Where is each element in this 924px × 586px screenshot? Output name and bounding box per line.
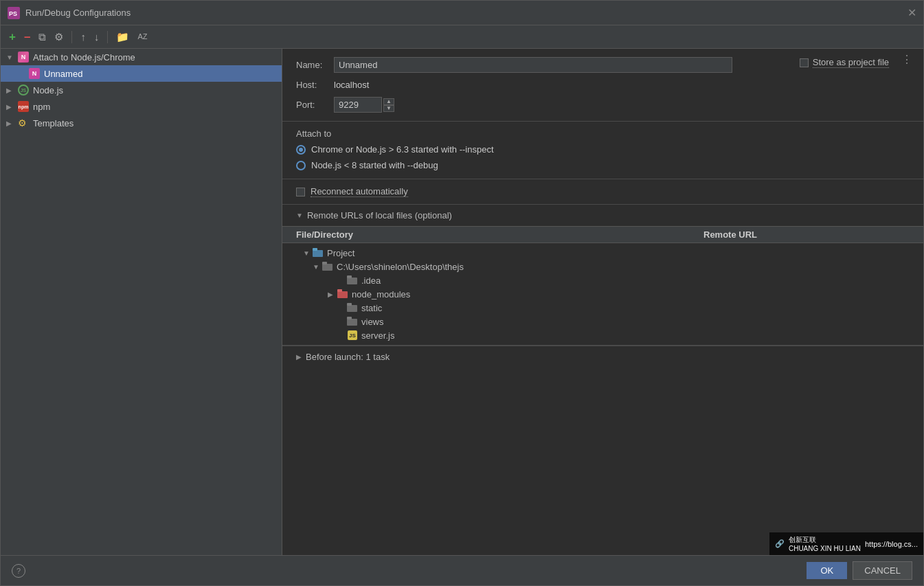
- svg-rect-2: [313, 250, 323, 257]
- footer: ? OK CANCEL: [1, 555, 923, 585]
- store-project-label: Store as project file: [813, 57, 889, 68]
- idea-item[interactable]: .idea: [282, 273, 923, 287]
- path-item[interactable]: ▼ C:\Users\shinelon\Desktop\thejs: [282, 260, 923, 273]
- server-js-item[interactable]: JS server.js: [282, 328, 923, 342]
- remote-urls-header[interactable]: ▼ Remote URLs of local files (optional): [282, 205, 923, 226]
- npm-label: npm: [33, 102, 50, 112]
- project-folder-icon: [313, 247, 324, 258]
- templates-label: Templates: [33, 118, 74, 128]
- left-panel: ▼ N Attach to Node.js/Chrome N Unnamed ▶…: [1, 49, 282, 555]
- remove-button[interactable]: –: [21, 30, 33, 44]
- svg-text:PS: PS: [9, 10, 17, 17]
- port-input[interactable]: [334, 97, 382, 113]
- store-project-area: Store as project file: [800, 57, 889, 68]
- right-panel: Store as project file ⋮ Name: Host: loca…: [282, 49, 923, 555]
- main-content: ▼ N Attach to Node.js/Chrome N Unnamed ▶…: [1, 49, 923, 555]
- reconnect-label: Reconnect automatically: [311, 186, 408, 197]
- port-row: Port: ▲ ▼: [296, 97, 910, 113]
- svg-rect-10: [347, 305, 357, 312]
- close-button[interactable]: ✕: [908, 8, 916, 19]
- col-url-header: Remote URL: [703, 229, 910, 240]
- svg-rect-6: [347, 278, 357, 284]
- nodejs-icon: JS: [17, 84, 30, 96]
- templates-icon: ⚙: [17, 117, 30, 129]
- dialog-title: Run/Debug Configurations: [25, 8, 131, 18]
- remote-urls-arrow: ▼: [296, 212, 303, 219]
- toolbar: + – ⧉ ⚙ ↑ ↓ 📁 AZ: [1, 25, 923, 49]
- footer-right: OK CANCEL: [807, 561, 912, 580]
- radio-nodejs-label: Node.js < 8 started with --debug: [311, 160, 438, 170]
- nodejs-group[interactable]: ▶ JS Node.js: [1, 82, 282, 98]
- svg-rect-11: [347, 303, 352, 306]
- node-modules-arrow: ▶: [328, 291, 337, 298]
- folder-button[interactable]: 📁: [113, 30, 132, 43]
- add-button[interactable]: +: [6, 30, 19, 44]
- cancel-button[interactable]: CANCEL: [853, 561, 912, 580]
- port-up-button[interactable]: ▲: [383, 98, 394, 105]
- help-button[interactable]: ?: [12, 564, 25, 578]
- col-file-header: File/Directory: [296, 229, 703, 240]
- idea-folder-icon: [347, 275, 358, 286]
- npm-group[interactable]: ▶ npm npm: [1, 98, 282, 115]
- unnamed-config-item[interactable]: N Unnamed: [1, 65, 282, 82]
- radio-chrome-label: Chrome or Node.js > 6.3 started with --i…: [311, 144, 494, 155]
- port-label: Port:: [296, 100, 334, 110]
- svg-rect-13: [347, 317, 352, 319]
- attach-child-icon: N: [28, 67, 41, 80]
- settings-button[interactable]: ⚙: [52, 30, 66, 43]
- more-options-button[interactable]: ⋮: [901, 53, 912, 66]
- footer-left: ?: [12, 564, 25, 578]
- before-launch-section[interactable]: ▶ Before launch: 1 task: [282, 346, 923, 368]
- views-folder-icon: [347, 316, 358, 327]
- radio-nodejs-indicator: [296, 161, 306, 170]
- svg-rect-7: [347, 275, 352, 278]
- name-input[interactable]: [334, 57, 732, 73]
- titlebar-left: PS Run/Debug Configurations: [8, 7, 131, 19]
- watermark-url: https://blog.cs...: [865, 540, 918, 548]
- copy-button[interactable]: ⧉: [36, 30, 49, 43]
- unnamed-label: Unnamed: [44, 69, 82, 79]
- sort-button[interactable]: AZ: [135, 32, 150, 42]
- static-item[interactable]: static: [282, 301, 923, 315]
- group-arrow-npm: ▶: [6, 103, 17, 111]
- node-modules-label: node_modules: [352, 289, 410, 300]
- templates-group[interactable]: ▶ ⚙ Templates: [1, 115, 282, 131]
- svg-rect-12: [347, 319, 357, 326]
- file-table-header: File/Directory Remote URL: [282, 226, 923, 243]
- run-debug-dialog: PS Run/Debug Configurations ✕ + – ⧉ ⚙ ↑ …: [0, 0, 924, 586]
- svg-rect-5: [322, 262, 327, 264]
- views-label: views: [361, 317, 384, 327]
- watermark-text: 创新互联CHUANG XIN HU LIAN: [789, 535, 861, 552]
- move-up-button[interactable]: ↑: [78, 30, 89, 43]
- move-down-button[interactable]: ↓: [91, 30, 102, 43]
- node-modules-folder-icon: [337, 289, 348, 300]
- host-label: Host:: [296, 80, 334, 90]
- radio-option-chrome[interactable]: Chrome or Node.js > 6.3 started with --i…: [296, 144, 910, 155]
- node-modules-item[interactable]: ▶ node_modules: [282, 287, 923, 301]
- attach-nodejs-chrome-group[interactable]: ▼ N Attach to Node.js/Chrome: [1, 49, 282, 65]
- toolbar-separator: [71, 31, 72, 43]
- watermark-icon: 🔗: [775, 539, 785, 548]
- views-item[interactable]: views: [282, 315, 923, 328]
- attach-to-label: Attach to: [296, 128, 331, 139]
- group-arrow-nodejs: ▶: [6, 87, 17, 94]
- project-item[interactable]: ▼ Project: [282, 246, 923, 260]
- group-label: Attach to Node.js/Chrome: [33, 52, 135, 63]
- reconnect-row: Reconnect automatically: [282, 179, 923, 205]
- attach-icon: N: [17, 51, 30, 63]
- npm-icon: npm: [17, 100, 30, 113]
- store-project-checkbox[interactable]: [800, 58, 809, 67]
- nodejs-label: Node.js: [33, 85, 63, 95]
- port-spinner: ▲ ▼: [383, 98, 394, 112]
- static-label: static: [361, 303, 382, 313]
- group-arrow: ▼: [6, 54, 17, 61]
- radio-option-nodejs[interactable]: Node.js < 8 started with --debug: [296, 160, 910, 170]
- server-js-icon: JS: [347, 330, 358, 341]
- basic-settings-section: Store as project file ⋮ Name: Host: loca…: [282, 49, 923, 122]
- ok-button[interactable]: OK: [807, 562, 847, 579]
- port-down-button[interactable]: ▼: [383, 105, 394, 112]
- attach-to-radios: Chrome or Node.js > 6.3 started with --i…: [282, 139, 923, 179]
- file-tree: ▼ Project ▼: [282, 243, 923, 345]
- toolbar-separator-2: [107, 31, 108, 43]
- reconnect-checkbox[interactable]: [296, 188, 305, 196]
